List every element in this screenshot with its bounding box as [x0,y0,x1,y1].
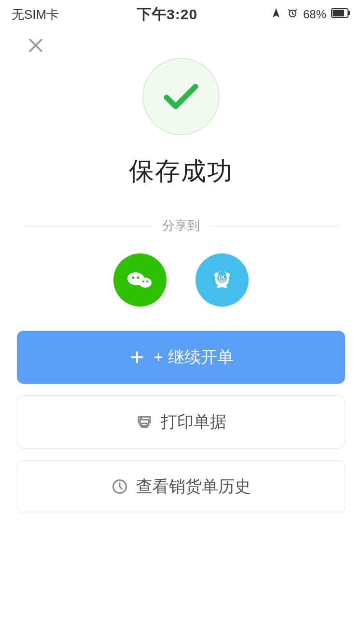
svg-rect-4 [333,10,344,16]
status-time: 下午3:20 [137,5,197,25]
svg-point-29 [214,273,218,278]
svg-point-26 [221,278,223,280]
status-right: 68% [270,7,350,22]
svg-point-30 [226,273,230,278]
continue-label: + 继续开单 [153,346,233,368]
share-label: 分享到 [153,217,209,234]
history-label: 查看销货单历史 [136,476,251,498]
svg-rect-3 [348,11,350,15]
carrier-text: 无SIM卡 [12,6,59,23]
battery-icon [331,8,350,21]
main-content: 保存成功 分享到 [0,29,362,513]
status-bar: 无SIM卡 下午3:20 68% [0,0,362,29]
print-label: 打印单据 [161,411,226,433]
success-circle [142,58,220,135]
alarm-icon [287,7,298,22]
print-button[interactable]: 打印单据 [17,395,345,448]
svg-point-14 [139,278,152,287]
wechat-share-button[interactable] [113,253,167,307]
continue-button[interactable]: + 继续开单 [17,331,345,384]
battery-percent: 68% [303,8,326,21]
svg-point-28 [223,286,227,288]
svg-point-18 [146,280,148,282]
svg-point-16 [137,277,139,279]
close-button[interactable] [24,34,47,57]
share-icons [113,253,249,307]
location-icon [270,7,282,22]
history-button[interactable]: 查看销货单历史 [17,460,345,513]
share-divider: 分享到 [0,217,362,234]
svg-point-17 [142,280,144,282]
share-section: 分享到 [0,217,362,307]
success-title: 保存成功 [129,154,233,188]
action-buttons: + 继续开单 打印单据 查看销货单历史 [17,331,345,513]
qq-share-button[interactable] [195,253,249,307]
svg-point-27 [217,286,222,288]
checkmark-icon [159,74,203,119]
status-left: 无SIM卡 [12,6,64,23]
svg-point-15 [132,277,135,279]
svg-point-24 [220,276,221,277]
svg-point-25 [223,276,224,277]
